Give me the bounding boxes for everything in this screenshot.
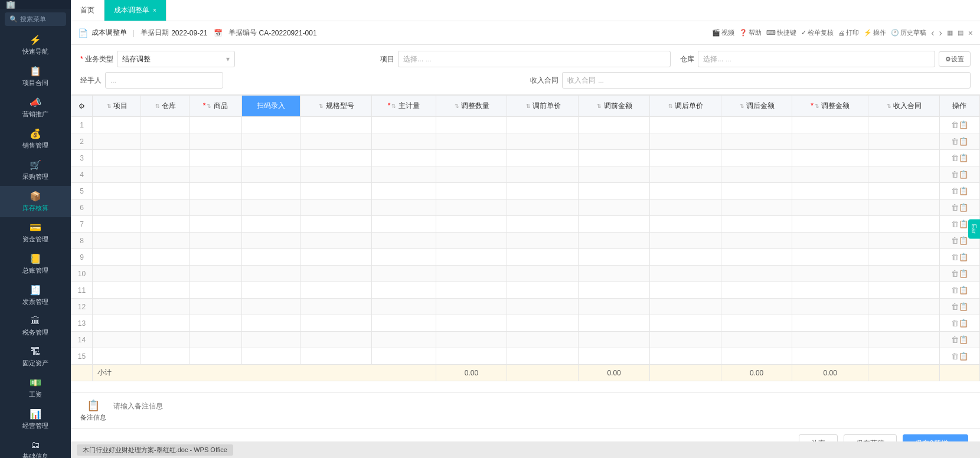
copy-icon[interactable]: 📋 (959, 120, 968, 129)
quick-nav-icon: ⚡ (30, 34, 41, 45)
copy-icon[interactable]: 📋 (959, 236, 968, 245)
delete-icon[interactable]: 🗑 (951, 335, 959, 344)
delete-icon[interactable]: 🗑 (951, 269, 959, 278)
project-field: 项目 选择... … (380, 51, 671, 67)
ops-cell: 🗑📋 (939, 166, 979, 183)
copy-icon[interactable]: 📋 (959, 220, 968, 228)
toolbar: 📄 成本调整单 | 单据日期 2022-09-21 📅 单据编号 CA-2022… (71, 21, 980, 45)
copy-icon[interactable]: 📋 (959, 253, 968, 261)
ops-cell: 🗑📋 (939, 249, 979, 266)
income-contract-label: 收入合同 (530, 76, 558, 86)
delete-icon[interactable]: 🗑 (951, 220, 959, 228)
warehouse-input[interactable]: 选择... … (698, 51, 935, 67)
layout1-btn[interactable]: ▦ (947, 29, 953, 37)
toolbar-view-btn[interactable]: 🎬视频 (712, 28, 734, 37)
sidebar-item-inventory[interactable]: 📦 库存核算 (0, 186, 71, 217)
copy-icon[interactable]: 📋 (959, 302, 968, 311)
delete-icon[interactable]: 🗑 (951, 253, 959, 261)
toolbar-check-btn[interactable]: ✓检单复核 (801, 28, 834, 37)
ops-cell: 🗑📋 (939, 299, 979, 315)
ops-cell: 🗑📋 (939, 133, 979, 150)
tab-close-icon[interactable]: × (153, 7, 156, 14)
taskbar: 木门行业好业财处理方案-墨红红.doc - WPS Office (71, 441, 980, 458)
sidebar-item-ledger[interactable]: 📒 总账管理 (0, 248, 71, 280)
nav-prev-btn[interactable]: ‹ (931, 28, 934, 38)
toolbar-history-btn[interactable]: 🕐历史草稿 (891, 28, 926, 37)
th-warehouse: ⇅ 仓库 (141, 96, 189, 117)
table-row: 15🗑📋 (71, 348, 980, 365)
delete-icon[interactable]: 🗑 (951, 352, 959, 361)
layout2-btn[interactable]: ▤ (958, 29, 963, 37)
sidebar-item-quick-nav[interactable]: ⚡ 快速导航 (0, 30, 71, 61)
copy-icon[interactable]: 📋 (959, 187, 968, 195)
toolbar-actions: 🎬视频 ❓帮助 ⌨快捷键 ✓检单复核 🖨打印 ⚡操作 🕐历 (712, 28, 973, 38)
table-row: 8🗑📋 (71, 233, 980, 249)
delete-icon[interactable]: 🗑 (951, 170, 959, 179)
inventory-icon: 📦 (30, 191, 41, 202)
delete-icon[interactable]: 🗑 (951, 137, 959, 146)
copy-icon[interactable]: 📋 (959, 170, 968, 179)
th-after-price: ⇅ 调后单价 (649, 96, 721, 117)
form-fields: 业务类型 结存调整 ▾ 项目 选择... … 仓库 选择. (71, 45, 980, 95)
taskbar-item[interactable]: 木门行业好业财处理方案-墨红红.doc - WPS Office (77, 444, 233, 456)
sidebar-item-assets[interactable]: 🏗 固定资产 (0, 342, 71, 372)
settings-btn[interactable]: ⚙设置 (939, 51, 971, 67)
th-settings[interactable]: ⚙ (71, 96, 93, 117)
handler-label: 经手人 (80, 76, 102, 86)
sidebar-item-purchase-mgmt[interactable]: 🛒 采购管理 (0, 155, 71, 186)
sidebar-item-sales-promo[interactable]: 📣 营销推广 (0, 92, 71, 123)
window-close-icon[interactable]: × (968, 28, 973, 38)
copy-icon[interactable]: 📋 (959, 153, 968, 162)
delete-icon[interactable]: 🗑 (951, 319, 959, 328)
sidebar-item-tax[interactable]: 🏛 税务管理 (0, 311, 71, 342)
biz-type-dropdown-icon: ▾ (226, 55, 230, 63)
sidebar-item-sales-mgmt[interactable]: 💰 销售管理 (0, 123, 71, 155)
copy-icon[interactable]: 📋 (959, 269, 968, 278)
remarks-input[interactable] (113, 399, 971, 423)
copy-icon[interactable]: 📋 (959, 352, 968, 361)
payroll-icon: 💵 (30, 377, 41, 388)
th-unit: *⇅ 主计量 (371, 96, 436, 117)
delete-icon[interactable]: 🗑 (951, 302, 959, 311)
income-contract-input[interactable]: 收入合同 … (562, 72, 971, 89)
project-input[interactable]: 选择... … (398, 51, 671, 67)
sidebar-item-invoice[interactable]: 🧾 发票管理 (0, 280, 71, 311)
table-row: 3🗑📋 (71, 150, 980, 166)
handler-input[interactable]: … (105, 72, 223, 89)
copy-icon[interactable]: 📋 (959, 203, 968, 212)
th-scan[interactable]: 扫码录入 (241, 96, 300, 117)
tab-bar: 首页 成本调整单 × (71, 0, 980, 21)
copy-icon[interactable]: 📋 (959, 286, 968, 295)
ops-cell: 🗑📋 (939, 117, 979, 133)
delete-icon[interactable]: 🗑 (951, 187, 959, 195)
ops-cell: 🗑📋 (939, 332, 979, 348)
delete-icon[interactable]: 🗑 (951, 120, 959, 129)
toolbar-shortcut-btn[interactable]: ⌨快捷键 (766, 28, 796, 37)
toolbar-operation-btn[interactable]: ⚡操作 (864, 28, 886, 37)
right-edge-tab[interactable]: Ear (968, 219, 980, 238)
form-row-2: 经手人 … 收入合同 收入合同 … (80, 72, 971, 89)
delete-icon[interactable]: 🗑 (951, 236, 959, 245)
ops-cell: 🗑📋 (939, 183, 979, 199)
toolbar-print-btn[interactable]: 🖨打印 (838, 28, 859, 37)
nav-next-btn[interactable]: › (939, 28, 942, 38)
tab-cost-adjustment[interactable]: 成本调整单 × (104, 0, 166, 21)
delete-icon[interactable]: 🗑 (951, 153, 959, 162)
sidebar-item-project-contract[interactable]: 📋 项目合同 (0, 61, 71, 92)
sidebar-search[interactable]: 🔍 搜索菜单 (5, 12, 66, 26)
biz-type-input[interactable]: 结存调整 ▾ (117, 51, 235, 67)
sidebar-item-ops-mgmt[interactable]: 📊 经营管理 (0, 404, 71, 435)
ops-cell: 🗑📋 (939, 315, 979, 332)
copy-icon[interactable]: 📋 (959, 137, 968, 146)
copy-icon[interactable]: 📋 (959, 335, 968, 344)
tab-home[interactable]: 首页 (71, 0, 104, 21)
sidebar-item-payroll[interactable]: 💵 工资 (0, 372, 71, 404)
sidebar-item-basic-info[interactable]: 🗂 基础信息 (0, 435, 71, 458)
table-row: 6🗑📋 (71, 199, 980, 216)
ops-cell: 🗑📋 (939, 348, 979, 365)
delete-icon[interactable]: 🗑 (951, 286, 959, 295)
delete-icon[interactable]: 🗑 (951, 203, 959, 212)
copy-icon[interactable]: 📋 (959, 319, 968, 328)
sidebar-item-finance[interactable]: 💳 资金管理 (0, 217, 71, 248)
toolbar-help-btn[interactable]: ❓帮助 (739, 28, 762, 37)
